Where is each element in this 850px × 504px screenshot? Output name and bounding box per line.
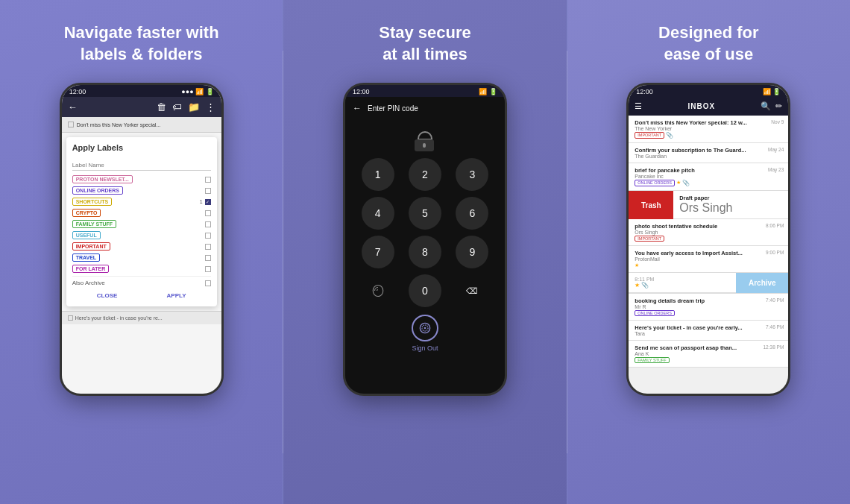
label-tag-useful: USEFUL (72, 231, 101, 239)
inbox-toolbar-icons: 🔍 ✏ (761, 101, 782, 111)
toolbar-icons: 🗑 🏷 📁 ⋮ (157, 101, 215, 113)
lock-icon (415, 131, 435, 152)
pin-key-8[interactable]: 8 (409, 236, 441, 268)
email-row-bottom: Here's your ticket - in case you're re..… (62, 311, 221, 324)
toolbar-1[interactable]: ← 🗑 🏷 📁 ⋮ (62, 97, 221, 117)
pin-key-backspace[interactable]: ⌫ (456, 274, 488, 307)
label-tag-forlater: FOR LATER (72, 265, 110, 273)
checkbox-crypto[interactable] (205, 210, 211, 216)
sign-out-label[interactable]: Sign Out (412, 344, 438, 352)
label-tag-family: FAMILY STUFF (72, 220, 116, 228)
phone-3: 12:00 📶 🔋 ☰ INBOX 🔍 ✏ Don't miss this Ne… (626, 83, 790, 396)
label-tag-crypto: CRYPTO (72, 209, 101, 217)
email-item-passport[interactable]: Send me scan of passport asap than... An… (629, 341, 788, 368)
shortcuts-right: 1 ✓ (200, 199, 211, 205)
more-icon[interactable]: ⋮ (206, 101, 215, 113)
panel-labels: Navigate faster with labels & folders 12… (0, 0, 283, 504)
label-item-forlater: FOR LATER (72, 265, 211, 273)
modal-actions: CLOSE APPLY (72, 291, 211, 300)
pin-key-9[interactable]: 9 (456, 236, 488, 268)
sign-out-area: Sign Out (345, 307, 505, 359)
panel-3-title: Designed for ease of use (658, 22, 758, 65)
delete-icon[interactable]: 🗑 (157, 101, 166, 113)
label-item-important: IMPORTANT (72, 242, 211, 251)
panel-1-title: Navigate faster with labels & folders (64, 22, 219, 65)
email-item-photo[interactable]: photo shoot tentative schedule Ors Singh… (629, 219, 788, 246)
checkbox-online[interactable] (205, 188, 211, 194)
label-item-crypto: CRYPTO (72, 209, 211, 217)
label-icon[interactable]: 🏷 (172, 101, 182, 113)
pin-key-7[interactable]: 7 (362, 236, 394, 268)
phone-1: 12:00 ●●● 📶 🔋 ← 🗑 🏷 📁 ⋮ Don't miss this … (60, 83, 224, 396)
label-tag-online: ONLINE ORDERS (72, 186, 123, 195)
label-tag-proton: PROTON NEWSLET... (72, 175, 133, 183)
pin-key-6[interactable]: 6 (456, 197, 488, 230)
label-tag-travel: TRAVEL (72, 253, 100, 262)
panel-pin: Stay secure at all times 12:00 📶 🔋 ← Ent… (283, 0, 566, 504)
apply-button[interactable]: APPLY (163, 291, 191, 300)
checkbox-bottom[interactable] (68, 315, 73, 321)
modal-title: Apply Labels (72, 143, 211, 152)
email-bottom-text: Here's your ticket - in case you're re..… (75, 315, 163, 321)
edit-icon[interactable]: ✏ (775, 101, 782, 111)
status-bar-3: 12:00 📶 🔋 (629, 85, 788, 97)
checkbox-important[interactable] (205, 244, 211, 250)
also-archive-row: Also Archive (72, 276, 211, 286)
email-item-protonmail[interactable]: You have early access to Import Assist..… (629, 246, 788, 273)
lock-icon-area (345, 119, 505, 158)
pin-back-icon[interactable]: ← (353, 103, 362, 113)
email-item-ticket[interactable]: Here's your ticket - in case you're earl… (629, 321, 788, 341)
pin-key-2[interactable]: 2 (409, 158, 441, 191)
archive-email-item[interactable]: 8:11 PM ★ 📎 (629, 273, 736, 293)
pin-header: ← Enter PIN code (345, 97, 505, 119)
label-tag-shortcuts: SHORTCUTS (72, 198, 113, 206)
inbox-title: INBOX (687, 102, 715, 110)
label-search-input[interactable] (72, 160, 211, 171)
svg-point-2 (424, 327, 426, 330)
pin-grid: 1 2 3 4 5 6 7 8 9 0 ⌫ (345, 158, 505, 307)
main-container: Navigate faster with labels & folders 12… (0, 0, 850, 504)
back-icon[interactable]: ← (68, 101, 78, 113)
badge-important-1: IMPORTANT (635, 132, 664, 139)
folder-icon[interactable]: 📁 (188, 101, 200, 113)
badge-important-photo: IMPORTANT (635, 236, 664, 242)
menu-icon[interactable]: ☰ (635, 101, 642, 111)
close-button[interactable]: CLOSE (92, 291, 122, 300)
label-item-online: ONLINE ORDERS (72, 186, 211, 195)
archive-swipe-row: 8:11 PM ★ 📎 Archive (629, 273, 788, 294)
panel-ease: Designed for ease of use 12:00 📶 🔋 ☰ INB… (567, 0, 850, 504)
email-item-2[interactable]: Confirm your subscription to The Guard..… (629, 143, 788, 163)
email-item-1[interactable]: Don't miss this New Yorker special: 12 w… (629, 116, 788, 143)
trash-action[interactable]: Trash (629, 191, 673, 219)
checkbox[interactable] (68, 122, 74, 127)
pin-key-fingerprint[interactable] (362, 274, 394, 307)
checkbox-forlater[interactable] (205, 266, 211, 272)
label-item-proton: PROTON NEWSLET... (72, 175, 211, 183)
pin-key-3[interactable]: 3 (456, 158, 488, 191)
checkbox-family[interactable] (205, 221, 211, 227)
email-subject-preview: Don't miss this New Yorker special... (77, 122, 161, 127)
checkbox-proton[interactable] (205, 177, 211, 183)
email-item-3[interactable]: brief for pancake pitch Pancake Inc May … (629, 163, 788, 191)
badge-online-3: ONLINE ORDERS (635, 180, 675, 186)
email-item-booking[interactable]: booking details dream trip Mr R 7:40 PM … (629, 294, 788, 321)
pin-key-0[interactable]: 0 (409, 274, 441, 307)
checkbox-archive[interactable] (205, 280, 211, 286)
phone-2: 12:00 📶 🔋 ← Enter PIN code 1 2 3 4 (343, 83, 507, 396)
search-icon[interactable]: 🔍 (761, 101, 771, 111)
checkbox-useful[interactable] (205, 233, 211, 239)
pin-key-1[interactable]: 1 (362, 158, 394, 191)
pin-key-4[interactable]: 4 (362, 197, 394, 230)
label-item-family: FAMILY STUFF (72, 220, 211, 228)
draft-paper-item[interactable]: Draft paper Ors Singh (673, 191, 788, 219)
checkbox-shortcuts[interactable]: ✓ (205, 199, 211, 205)
pin-title: Enter PIN code (368, 104, 418, 113)
label-item-travel: TRAVEL (72, 253, 211, 262)
label-item-shortcuts: SHORTCUTS 1 ✓ (72, 198, 211, 206)
panel-2-title: Stay secure at all times (379, 22, 471, 65)
archive-action[interactable]: Archive (736, 273, 788, 293)
pin-key-5[interactable]: 5 (409, 197, 441, 230)
inbox-toolbar[interactable]: ☰ INBOX 🔍 ✏ (629, 97, 788, 116)
badge-online-booking: ONLINE ORDERS (635, 310, 675, 316)
checkbox-travel[interactable] (205, 255, 211, 261)
